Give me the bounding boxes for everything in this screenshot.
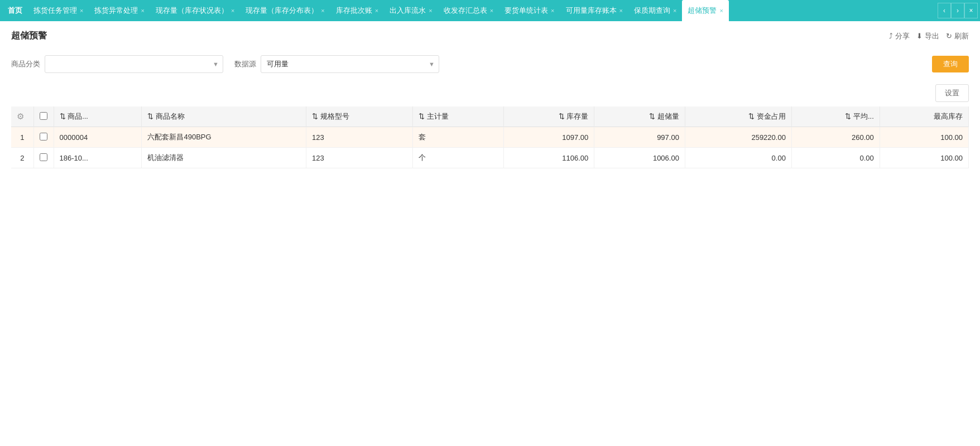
cell-capital: 259220.00 [685, 127, 791, 148]
close-overstock-alert[interactable]: × [719, 7, 723, 14]
col-avg[interactable]: ⇅ 平均... [791, 106, 880, 127]
top-nav: 首页 拣货任务管理 × 拣货异常处理 × 现存量（库存状况表） × 现存量（库存… [0, 0, 980, 21]
close-inventory-dist[interactable]: × [321, 7, 324, 14]
datasource-filter: 数据源 可用量 ▼ [234, 55, 439, 73]
cell-inventory: 1106.00 [503, 148, 594, 168]
col-max-stock[interactable]: 最高库存 [880, 106, 968, 127]
col-product-name[interactable]: ⇅ 商品名称 [142, 106, 306, 127]
table-body: 1 0000004 六配套新昌490BPG 123 套 1097.00 997.… [11, 127, 969, 168]
select-all-checkbox[interactable] [40, 112, 47, 120]
header-actions: ⤴ 分享 ⬇ 导出 ↻ 刷新 [889, 31, 969, 41]
close-shelf-life[interactable]: × [673, 7, 676, 14]
nav-next-btn[interactable]: › [951, 3, 964, 18]
table-row: 1 0000004 六配套新昌490BPG 123 套 1097.00 997.… [11, 127, 969, 148]
main-content: 超储预警 ⤴ 分享 ⬇ 导出 ↻ 刷新 商品分类 ▼ [0, 21, 980, 446]
row-num: 1 [11, 127, 33, 148]
nav-shelf-life[interactable]: 保质期查询 × [628, 0, 682, 21]
nav-batch-ledger[interactable]: 库存批次账 × [330, 0, 384, 21]
col-overstock[interactable]: ⇅ 超储量 [594, 106, 685, 127]
cell-spec: 123 [306, 148, 413, 168]
col-inventory[interactable]: ⇅ 库存量 [503, 106, 594, 127]
query-button[interactable]: 查询 [932, 56, 969, 72]
close-inventory-status[interactable]: × [231, 7, 234, 14]
category-select[interactable] [45, 55, 223, 73]
table-row: 2 186-10... 机油滤清器 123 个 1106.00 1006.00 … [11, 148, 969, 168]
nav-inventory-dist[interactable]: 现存量（库存分布表） × [240, 0, 330, 21]
row-checkbox[interactable] [40, 153, 47, 161]
cell-spec: 123 [306, 127, 413, 148]
row-checkbox-cell [33, 148, 54, 168]
cell-unit: 个 [412, 148, 503, 168]
nav-pick-exception[interactable]: 拣货异常处理 × [89, 0, 150, 21]
cell-product-code: 0000004 [54, 127, 142, 148]
refresh-icon: ↻ [946, 32, 952, 40]
cell-product-name: 机油滤清器 [142, 148, 306, 168]
col-unit[interactable]: ⇅ 主计量 [412, 106, 503, 127]
cell-avg: 260.00 [791, 127, 880, 148]
cell-inventory: 1097.00 [503, 127, 594, 148]
nav-overstock-alert[interactable]: 超储预警 × [682, 0, 728, 21]
filter-buttons: 查询 [932, 56, 969, 72]
close-avail-ledger[interactable]: × [619, 7, 623, 14]
datasource-select-wrapper: 可用量 ▼ [261, 55, 439, 73]
nav-pick-task[interactable]: 拣货任务管理 × [28, 0, 89, 21]
refresh-button[interactable]: ↻ 刷新 [946, 31, 969, 41]
settings-row: 设置 [11, 84, 969, 102]
cell-max-stock: 100.00 [880, 127, 968, 148]
row-checkbox[interactable] [40, 133, 47, 140]
cell-unit: 套 [412, 127, 503, 148]
table-gear-icon[interactable]: ⚙ [17, 112, 24, 121]
close-pick-exception[interactable]: × [141, 7, 144, 14]
col-settings: ⚙ [11, 106, 33, 127]
close-receipt-summary[interactable]: × [490, 7, 493, 14]
nav-inout-flow[interactable]: 出入库流水 × [384, 0, 438, 21]
nav-more-btn[interactable]: × [964, 3, 978, 18]
col-checkbox-header [33, 106, 54, 127]
data-table: ⚙ ⇅ 商品... ⇅ 商品名称 ⇅ 规格型号 ⇅ 主计量 ⇅ [11, 106, 969, 168]
export-icon: ⬇ [916, 32, 923, 40]
cell-max-stock: 100.00 [880, 148, 968, 168]
page-header: 超储预警 ⤴ 分享 ⬇ 导出 ↻ 刷新 [11, 30, 969, 42]
nav-order-stats[interactable]: 要货单统计表 × [499, 0, 560, 21]
close-inout-flow[interactable]: × [429, 7, 432, 14]
share-button[interactable]: ⤴ 分享 [889, 31, 910, 41]
category-select-wrapper: ▼ [45, 55, 223, 73]
nav-prev-btn[interactable]: ‹ [938, 3, 951, 18]
category-filter: 商品分类 ▼ [11, 55, 223, 73]
nav-arrows: ‹ › × [938, 3, 978, 18]
col-capital[interactable]: ⇅ 资金占用 [685, 106, 791, 127]
settings-button[interactable]: 设置 [935, 84, 969, 102]
cell-avg: 0.00 [791, 148, 880, 168]
table-header-row: ⚙ ⇅ 商品... ⇅ 商品名称 ⇅ 规格型号 ⇅ 主计量 ⇅ [11, 106, 969, 127]
col-spec[interactable]: ⇅ 规格型号 [306, 106, 413, 127]
nav-avail-ledger[interactable]: 可用量库存账本 × [560, 0, 628, 21]
cell-overstock: 997.00 [594, 127, 685, 148]
cell-overstock: 1006.00 [594, 148, 685, 168]
share-icon: ⤴ [889, 32, 893, 40]
nav-home[interactable]: 首页 [2, 0, 28, 21]
export-button[interactable]: ⬇ 导出 [916, 31, 939, 41]
datasource-label: 数据源 [234, 59, 256, 69]
page-title: 超储预警 [11, 30, 47, 42]
cell-capital: 0.00 [685, 148, 791, 168]
row-checkbox-cell [33, 127, 54, 148]
close-batch-ledger[interactable]: × [375, 7, 378, 14]
nav-receipt-summary[interactable]: 收发存汇总表 × [438, 0, 499, 21]
row-num: 2 [11, 148, 33, 168]
cell-product-name: 六配套新昌490BPG [142, 127, 306, 148]
category-label: 商品分类 [11, 59, 40, 69]
close-order-stats[interactable]: × [551, 7, 554, 14]
datasource-select[interactable]: 可用量 [261, 55, 439, 73]
cell-product-code: 186-10... [54, 148, 142, 168]
close-pick-task[interactable]: × [80, 7, 83, 14]
col-product-code[interactable]: ⇅ 商品... [54, 106, 142, 127]
nav-inventory-status[interactable]: 现存量（库存状况表） × [150, 0, 240, 21]
filter-bar: 商品分类 ▼ 数据源 可用量 ▼ 查询 [11, 51, 969, 77]
